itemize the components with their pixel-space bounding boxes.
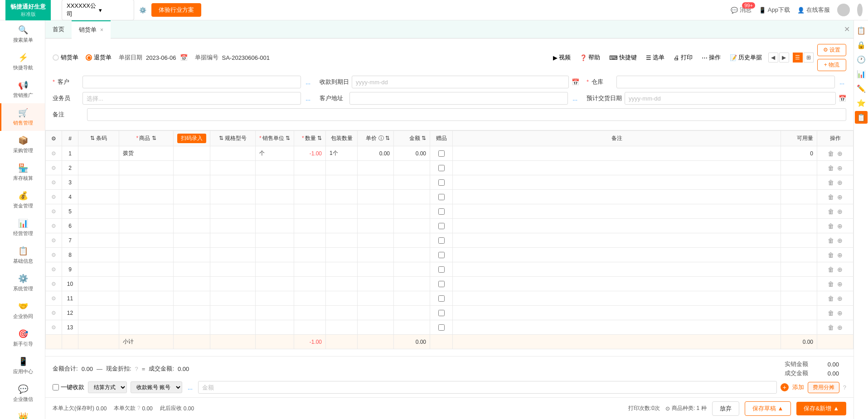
row-qty[interactable] [294, 233, 326, 248]
sidebar-item-purchase[interactable]: 📦 采购管理 [0, 131, 45, 159]
sidebar-item-collab[interactable]: 🤝 企业协同 [0, 297, 45, 324]
row-gift[interactable] [430, 146, 453, 161]
row-amount[interactable] [394, 277, 430, 291]
row-amount[interactable] [394, 233, 430, 248]
row-amount[interactable] [394, 306, 430, 320]
save-new-button[interactable]: 保存&新增 ▲ [796, 402, 846, 415]
row-qty[interactable] [294, 190, 326, 204]
date-calendar-icon[interactable]: 📅 [180, 54, 188, 61]
grid-view-btn[interactable]: ⊞ [804, 53, 814, 63]
row-gift[interactable] [430, 190, 453, 204]
row-spec[interactable] [210, 291, 256, 306]
delete-icon[interactable]: 🗑 [828, 280, 834, 288]
row-gift[interactable] [430, 204, 453, 219]
row-pkgqty[interactable] [326, 277, 358, 291]
row-barcode[interactable] [78, 190, 119, 204]
message-button[interactable]: 💬 消息 99+ [731, 6, 752, 14]
window-close-icon[interactable]: ✕ [844, 25, 850, 33]
row-unit[interactable] [256, 320, 294, 335]
row-note[interactable] [453, 161, 781, 175]
add-payment-button[interactable]: + [781, 383, 789, 391]
row-barcode[interactable] [78, 146, 119, 161]
sidebar-item-system[interactable]: ⚙️ 系统管理 [0, 269, 45, 297]
next-page-btn[interactable]: ▶ [779, 53, 789, 63]
row-qty[interactable] [294, 277, 326, 291]
user-menu-icon[interactable] [857, 4, 863, 16]
row-note[interactable] [453, 175, 781, 190]
row-spec[interactable] [210, 248, 256, 262]
warehouse-dots[interactable]: ... [838, 79, 846, 86]
arrears-help-icon[interactable]: ? [137, 405, 141, 411]
row-qty[interactable] [294, 291, 326, 306]
row-gift[interactable] [430, 219, 453, 233]
row-amount[interactable] [394, 161, 430, 175]
row-unit[interactable] [256, 306, 294, 320]
row-note[interactable] [453, 306, 781, 320]
row-note[interactable] [453, 277, 781, 291]
row-pkgqty[interactable] [326, 262, 358, 277]
row-qty[interactable] [294, 306, 326, 320]
col-settings[interactable]: ⚙ [46, 131, 62, 146]
discount-help-icon[interactable]: ? [135, 366, 138, 372]
copy-icon[interactable]: ⊕ [837, 324, 843, 331]
row-spec[interactable] [210, 306, 256, 320]
row-goods[interactable] [119, 233, 174, 248]
row-qty[interactable] [294, 219, 326, 233]
copy-icon[interactable]: ⊕ [837, 164, 843, 172]
row-note[interactable] [453, 146, 781, 161]
sidebar-item-wechat[interactable]: 💬 企业微信 [0, 380, 45, 407]
customer-dots[interactable]: ... [304, 79, 312, 86]
row-unit[interactable] [256, 233, 294, 248]
copy-icon[interactable]: ⊕ [837, 222, 843, 230]
copy-icon[interactable]: ⊕ [837, 251, 843, 259]
sidebar-item-operations[interactable]: 📊 经营管理 [0, 214, 45, 241]
sidebar-item-sales[interactable]: 🛒 销售管理 [0, 103, 45, 131]
row-price[interactable] [358, 248, 394, 262]
shortcut-btn[interactable]: ⌨ 快捷键 [606, 53, 640, 63]
delete-icon[interactable]: 🗑 [828, 324, 834, 331]
copy-icon[interactable]: ⊕ [837, 179, 843, 186]
delete-icon[interactable]: 🗑 [828, 237, 834, 244]
delete-icon[interactable]: 🗑 [828, 222, 834, 230]
row-amount[interactable] [394, 262, 430, 277]
sidebar-item-shortcut[interactable]: ⚡ 快捷导航 [0, 48, 45, 76]
prev-page-btn[interactable]: ◀ [768, 53, 778, 63]
expense-help-icon[interactable]: ? [843, 384, 846, 391]
operate-btn[interactable]: ⋯ 操作 [699, 53, 723, 63]
price-info-icon[interactable]: ⓘ [378, 135, 384, 141]
row-unit[interactable] [256, 248, 294, 262]
sidebar-item-inventory[interactable]: 🏪 库存核算 [0, 159, 45, 186]
customer-input[interactable] [82, 76, 301, 88]
right-panel-item-2[interactable]: 🔒 [855, 39, 868, 51]
setup-button[interactable]: ⚙ 设置 [817, 44, 846, 56]
row-gift[interactable] [430, 248, 453, 262]
row-barcode[interactable] [78, 161, 119, 175]
row-price[interactable] [358, 190, 394, 204]
save-draft-button[interactable]: 保存草稿 ▲ [745, 401, 791, 416]
trial-button[interactable]: 体验行业方案 [151, 3, 201, 17]
copy-icon[interactable]: ⊕ [837, 150, 843, 157]
row-note[interactable] [453, 219, 781, 233]
row-pkgqty[interactable]: 1个 [326, 146, 358, 161]
note-input[interactable] [87, 108, 846, 121]
expected-calendar-icon[interactable]: 📅 [839, 95, 846, 102]
row-goods[interactable] [119, 291, 174, 306]
copy-icon[interactable]: ⊕ [837, 237, 843, 244]
row-spec[interactable] [210, 175, 256, 190]
addr-dots[interactable]: ... [571, 95, 579, 102]
row-qty[interactable] [294, 320, 326, 335]
right-panel-item-1[interactable]: 📋 [855, 24, 868, 37]
row-amount[interactable] [394, 204, 430, 219]
right-panel-item-7[interactable]: 📋 [855, 111, 868, 124]
row-goods[interactable] [119, 262, 174, 277]
row-unit[interactable] [256, 291, 294, 306]
row-price[interactable]: 0.00 [358, 146, 394, 161]
row-qty[interactable] [294, 248, 326, 262]
one-click-checkbox[interactable]: 一键收款 [53, 383, 84, 391]
copy-icon[interactable]: ⊕ [837, 193, 843, 201]
row-barcode[interactable] [78, 219, 119, 233]
row-pkgqty[interactable] [326, 161, 358, 175]
print-btn[interactable]: 🖨 打印 [671, 53, 695, 63]
type-return-radio[interactable]: 退货单 [86, 53, 112, 62]
row-goods[interactable] [119, 320, 174, 335]
